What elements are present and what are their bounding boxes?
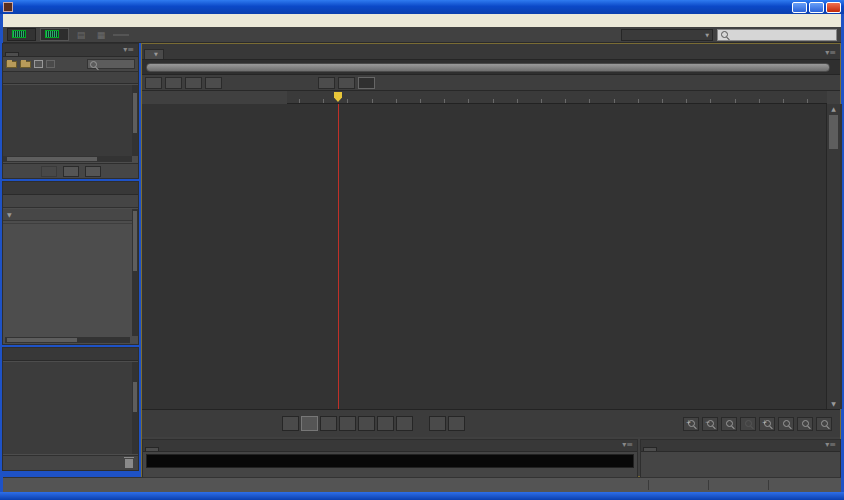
levels-panel: ▾≡ xyxy=(142,439,638,478)
editor-panel: ▼ ▾≡ ▲ ▼ xyxy=(141,43,841,477)
panel-menu-icon[interactable]: ▾≡ xyxy=(119,45,138,56)
files-search-input[interactable] xyxy=(87,59,135,69)
import-file-icon[interactable] xyxy=(20,61,31,68)
waveform-view-button[interactable] xyxy=(7,28,36,41)
zoom-amplitude-in-button[interactable]: + xyxy=(759,417,775,431)
pitch-view-icon: ▦ xyxy=(93,30,109,40)
tracks-vertical-scrollbar[interactable]: ▲ ▼ xyxy=(826,104,840,409)
play-button[interactable] xyxy=(301,416,318,431)
open-file-icon[interactable] xyxy=(6,61,17,68)
scroll-up-icon[interactable]: ▲ xyxy=(827,104,840,114)
file-list xyxy=(3,85,132,156)
media-browser-icon[interactable] xyxy=(34,60,43,68)
transport-bar: + − + xyxy=(142,409,840,437)
scrollbar-thumb[interactable] xyxy=(829,115,838,149)
tab-files[interactable] xyxy=(5,52,19,56)
menu-bar xyxy=(3,14,841,27)
chevron-down-icon: ▼ xyxy=(705,32,709,38)
level-meter xyxy=(146,454,634,468)
fast-forward-button[interactable] xyxy=(377,416,394,431)
zoom-to-selection-button[interactable] xyxy=(816,417,832,431)
loop-playback-button[interactable] xyxy=(429,416,446,431)
timeline-ruler[interactable] xyxy=(287,91,827,104)
maximize-button[interactable] xyxy=(809,2,824,13)
panel-menu-icon[interactable]: ▾≡ xyxy=(821,440,840,451)
zoom-in-button[interactable]: + xyxy=(683,417,699,431)
metronome-button[interactable] xyxy=(318,77,335,89)
move-tool-button[interactable] xyxy=(113,34,129,36)
navigator-thumb[interactable] xyxy=(146,63,830,72)
search-icon xyxy=(721,31,728,38)
crossfade-tool-button[interactable] xyxy=(145,77,162,89)
history-list xyxy=(3,362,132,454)
go-to-start-button[interactable] xyxy=(339,416,356,431)
minimize-button[interactable] xyxy=(792,2,807,13)
properties-vertical-scrollbar[interactable] xyxy=(132,209,138,336)
properties-panel: ▼ xyxy=(2,181,139,345)
tracks-area xyxy=(142,104,842,409)
stop-button[interactable] xyxy=(282,416,299,431)
scroll-down-icon[interactable]: ▼ xyxy=(827,399,840,409)
loop-preview-button[interactable] xyxy=(63,166,79,177)
insert-into-multitrack-icon xyxy=(46,60,55,68)
spectral-view-icon: ▤ xyxy=(73,30,89,40)
tab-levels[interactable] xyxy=(145,447,159,451)
files-vertical-scrollbar[interactable] xyxy=(132,85,138,156)
panel-menu-icon[interactable]: ▾≡ xyxy=(821,48,840,59)
tab-editor[interactable]: ▼ xyxy=(144,49,164,59)
zoom-navigator[interactable] xyxy=(142,59,840,75)
chevron-down-icon: ▼ xyxy=(154,51,158,57)
preview-play-button[interactable] xyxy=(41,166,57,177)
auto-play-speaker-button[interactable] xyxy=(85,166,101,177)
grid-view-button[interactable] xyxy=(205,77,222,89)
history-panel xyxy=(2,347,139,471)
help-search-input[interactable] xyxy=(717,29,837,41)
waveform-icon xyxy=(12,30,26,38)
track-controls-button[interactable] xyxy=(165,77,182,89)
properties-horizontal-scrollbar[interactable] xyxy=(5,337,130,343)
workspace-dropdown[interactable]: ▼ xyxy=(621,29,713,41)
window-frame xyxy=(0,492,844,500)
tab-selection-view[interactable] xyxy=(643,447,657,451)
playhead-line[interactable] xyxy=(338,104,339,409)
expand-tracks-button[interactable] xyxy=(185,77,202,89)
info-section-header[interactable]: ▼ xyxy=(3,209,132,221)
title-bar xyxy=(0,0,844,14)
skip-selection-button[interactable] xyxy=(448,416,465,431)
panel-menu-icon[interactable]: ▾≡ xyxy=(618,440,637,451)
zoom-selection-out-button[interactable] xyxy=(797,417,813,431)
snap-toggle-button[interactable] xyxy=(358,77,375,89)
zoom-selection-in-button[interactable] xyxy=(778,417,794,431)
rewind-button[interactable] xyxy=(358,416,375,431)
close-button[interactable] xyxy=(826,2,841,13)
files-panel: ▾≡ xyxy=(2,43,139,179)
zoom-out-button[interactable]: − xyxy=(702,417,718,431)
app-icon xyxy=(3,2,13,12)
main-toolbar: ▤ ▦ ▼ xyxy=(3,27,841,43)
history-vertical-scrollbar[interactable] xyxy=(132,362,138,454)
status-bar xyxy=(3,477,841,492)
zoom-full-button[interactable] xyxy=(721,417,737,431)
zoom-reset-button[interactable] xyxy=(740,417,756,431)
monitor-input-button[interactable] xyxy=(338,77,355,89)
trash-icon[interactable] xyxy=(125,459,133,468)
multitrack-view-button[interactable] xyxy=(40,28,69,41)
playhead-handle[interactable] xyxy=(334,92,342,102)
files-horizontal-scrollbar[interactable] xyxy=(3,156,132,162)
multitrack-icon xyxy=(45,30,59,38)
db-scale xyxy=(146,468,634,476)
search-icon xyxy=(90,61,97,68)
pause-button[interactable] xyxy=(320,416,337,431)
triangle-down-icon: ▼ xyxy=(7,211,12,218)
selection-view-panel: ▾≡ xyxy=(640,439,841,478)
go-to-end-button[interactable] xyxy=(396,416,413,431)
